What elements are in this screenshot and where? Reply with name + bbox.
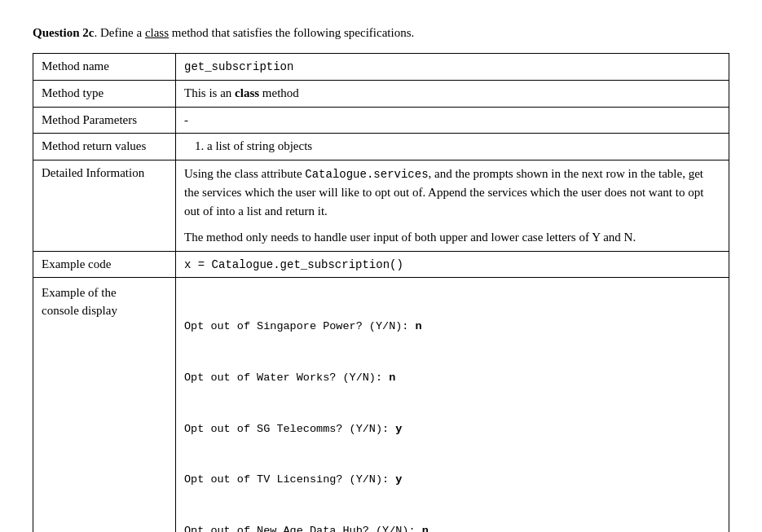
label-method-params: Method Parameters (33, 107, 176, 134)
question-label: Question 2c (33, 26, 94, 39)
console-line-1-answer: n (416, 320, 422, 332)
console-line-4-answer: y (395, 473, 402, 486)
console-display-block: Opt out of Singapore Power? (Y/N): n Opt… (184, 284, 720, 532)
value-method-params: - (176, 107, 729, 134)
console-line-5: Opt out of New Age Data Hub? (Y/N): n (184, 523, 720, 532)
table-row: Example code x = Catalogue.get_subscript… (33, 251, 729, 278)
value-example-code: x = Catalogue.get_subscription() (176, 251, 729, 278)
label-method-name: Method name (33, 54, 176, 81)
label-example-code: Example code (33, 251, 176, 278)
label-detail-info: Detailed Information (33, 160, 176, 252)
specifications-table: Method name get_subscription Method type… (33, 53, 729, 532)
detail-para-1: Using the class attribute Catalogue.serv… (184, 165, 720, 220)
console-line-3-answer: y (395, 423, 402, 435)
detail-para-2: The method only needs to handle user inp… (184, 228, 720, 247)
table-row: Method return values a list of string ob… (33, 134, 729, 160)
console-line-2: Opt out of Water Works? (Y/N): n (184, 370, 720, 387)
console-line-1-text: Opt out of Singapore Power? (Y/N): (184, 320, 416, 332)
value-detail-info: Using the class attribute Catalogue.serv… (176, 160, 729, 252)
console-line-3: Opt out of SG Telecomms? (Y/N): y (184, 421, 720, 438)
table-row: Example of theconsole display Opt out of… (33, 278, 729, 532)
return-values-list: a list of string objects (184, 138, 720, 156)
console-line-2-text: Opt out of Water Works? (Y/N): (184, 372, 389, 384)
catalogue-services-code: Catalogue.services (305, 168, 428, 181)
table-row: Detailed Information Using the class att… (33, 160, 729, 252)
method-name-code: get_subscription (184, 60, 293, 73)
label-method-type: Method type (33, 80, 176, 107)
console-line-1: Opt out of Singapore Power? (Y/N): n (184, 319, 720, 336)
question-heading: Question 2c. Define a class method that … (33, 24, 729, 42)
table-row: Method type This is an class method (33, 80, 729, 107)
console-line-2-answer: n (389, 372, 395, 384)
console-line-5-answer: n (422, 525, 429, 532)
value-method-return: a list of string objects (176, 134, 729, 160)
console-line-3-text: Opt out of SG Telecomms? (Y/N): (184, 423, 395, 435)
return-value-item: a list of string objects (207, 138, 720, 156)
table-row: Method name get_subscription (33, 54, 729, 81)
heading-text: . Define a class method that satisfies t… (94, 26, 414, 39)
value-method-name: get_subscription (176, 54, 729, 81)
value-method-type: This is an class method (176, 80, 729, 107)
example-code-text: x = Catalogue.get_subscription() (184, 258, 403, 271)
table-row: Method Parameters - (33, 107, 729, 134)
console-line-5-text: Opt out of New Age Data Hub? (Y/N): (184, 525, 422, 532)
label-method-return: Method return values (33, 134, 176, 160)
console-line-4: Opt out of TV Licensing? (Y/N): y (184, 472, 720, 489)
label-console-display: Example of theconsole display (33, 278, 176, 532)
method-type-bold: class (235, 86, 259, 99)
value-console-display: Opt out of Singapore Power? (Y/N): n Opt… (176, 278, 729, 532)
console-line-4-text: Opt out of TV Licensing? (Y/N): (184, 473, 395, 486)
